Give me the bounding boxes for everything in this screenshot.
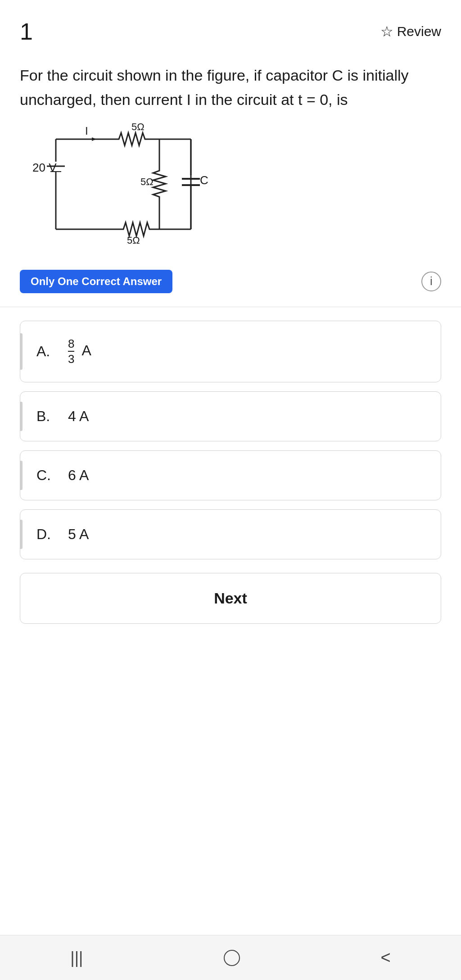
svg-text:5Ω: 5Ω xyxy=(131,121,145,132)
option-a[interactable]: A. 8 3 A xyxy=(20,321,441,382)
option-d[interactable]: D. 5 A xyxy=(20,509,441,559)
divider xyxy=(0,307,461,307)
circuit-diagram: 20 V 5Ω I 5Ω xyxy=(0,117,461,261)
option-b[interactable]: B. 4 A xyxy=(20,391,441,441)
svg-text:I: I xyxy=(85,125,88,137)
menu-icon[interactable]: ||| xyxy=(70,948,83,967)
bottom-spacer xyxy=(0,637,461,682)
circuit-svg: 20 V 5Ω I 5Ω xyxy=(20,121,213,247)
bottom-nav: ||| < xyxy=(0,935,461,980)
svg-marker-11 xyxy=(92,137,96,141)
option-b-value: 4 A xyxy=(68,408,89,425)
home-icon[interactable] xyxy=(224,950,240,966)
review-button[interactable]: ☆ Review xyxy=(380,23,441,40)
back-icon[interactable]: < xyxy=(381,948,391,967)
fraction-a: 8 3 xyxy=(68,337,74,366)
option-a-value: 8 3 A xyxy=(68,337,91,366)
option-d-value: 5 A xyxy=(68,526,89,543)
answer-type-badge: Only One Correct Answer xyxy=(20,270,172,293)
option-c[interactable]: C. 6 A xyxy=(20,450,441,500)
option-b-label: B. xyxy=(36,408,59,425)
info-icon[interactable]: i xyxy=(421,272,441,291)
star-icon: ☆ xyxy=(380,23,393,40)
question-text: For the circuit shown in the figure, if … xyxy=(0,54,461,117)
page-container: 1 ☆ Review For the circuit shown in the … xyxy=(0,0,461,980)
option-d-label: D. xyxy=(36,526,59,543)
options-container: A. 8 3 A B. 4 A C. 6 A D. 5 A xyxy=(0,312,461,568)
svg-text:5Ω: 5Ω xyxy=(140,176,154,187)
next-btn-container: Next xyxy=(0,568,461,637)
option-a-label: A. xyxy=(36,343,59,360)
svg-text:20 V: 20 V xyxy=(32,161,57,174)
svg-text:5Ω: 5Ω xyxy=(127,235,140,246)
answer-type-section: Only One Correct Answer i xyxy=(0,261,461,302)
option-c-label: C. xyxy=(36,467,59,484)
question-number: 1 xyxy=(20,18,33,45)
review-label: Review xyxy=(397,24,441,39)
svg-text:C: C xyxy=(200,173,208,187)
option-c-value: 6 A xyxy=(68,467,89,484)
header: 1 ☆ Review xyxy=(0,0,461,54)
next-button[interactable]: Next xyxy=(20,573,441,624)
